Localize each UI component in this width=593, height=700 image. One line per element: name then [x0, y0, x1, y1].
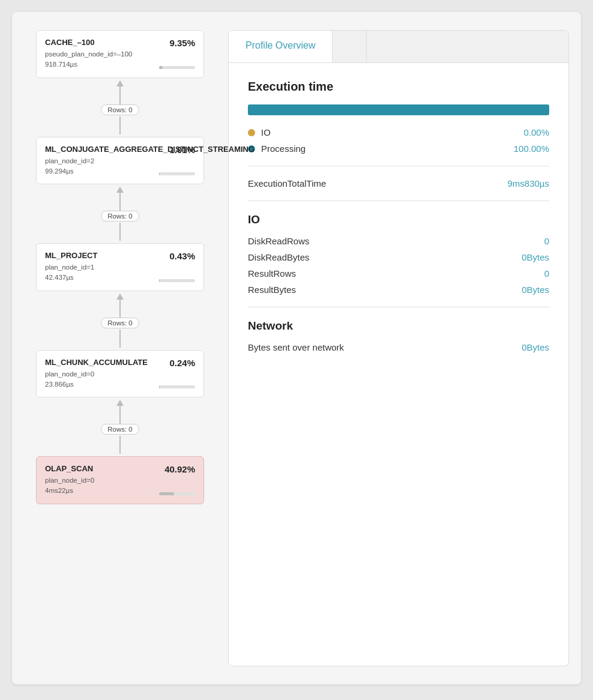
tab-2[interactable] — [333, 31, 367, 62]
bytes-sent-label: Bytes sent over network — [248, 342, 344, 352]
node-card-olap-scan[interactable]: OLAP_SCAN plan_node_id=0 4ms22µs 40.92% — [36, 456, 204, 504]
disk-read-rows-row: DiskReadRows 0 — [248, 236, 549, 246]
arrow-line-2 — [119, 193, 121, 211]
node-card-cache[interactable]: CACHE_–100 pseudo_plan_node_id=–100 918.… — [36, 30, 204, 78]
tab-content: Execution time IO 0.00% Processing 100.0… — [229, 63, 568, 375]
io-section: DiskReadRows 0 DiskReadBytes 0Bytes Resu… — [248, 236, 549, 295]
result-bytes-row: ResultBytes 0Bytes — [248, 285, 549, 295]
rows-badge-4: Rows: 0 — [101, 424, 139, 435]
node-pct-cache: 9.35% — [169, 38, 195, 48]
rows-badge-1: Rows: 0 — [101, 104, 139, 115]
node-card-ml-project[interactable]: ML_PROJECT plan_node_id=1 42.437µs 0.43% — [36, 243, 204, 291]
io-metric-row: IO 0.00% — [248, 127, 549, 137]
total-time-row: ExecutionTotalTime 9ms830µs — [248, 178, 549, 189]
arrow-3: Rows: 0 — [101, 294, 139, 348]
arrow-2: Rows: 0 — [101, 187, 139, 241]
node-card-ml-conjugate[interactable]: ML_CONJUGATE_AGGREGATE_DISTINCT_STREAMIN… — [36, 137, 204, 185]
node-progress-bg-ml-project — [159, 279, 195, 282]
left-panel: CACHE_–100 pseudo_plan_node_id=–100 918.… — [24, 30, 216, 666]
arrow-4: Rows: 0 — [101, 400, 139, 454]
node-progress-fill-cache — [159, 66, 163, 69]
bytes-sent-row: Bytes sent over network 0Bytes — [248, 342, 549, 352]
result-rows-label: ResultRows — [248, 268, 296, 279]
result-rows-row: ResultRows 0 — [248, 268, 549, 279]
arrow-head-4 — [116, 400, 124, 406]
result-bytes-label: ResultBytes — [248, 285, 296, 295]
main-container: CACHE_–100 pseudo_plan_node_id=–100 918.… — [12, 12, 581, 684]
node-pct-ml-chunk: 0.24% — [169, 358, 195, 368]
rows-badge-2: Rows: 0 — [101, 211, 139, 222]
io-section-title: IO — [248, 213, 549, 226]
node-pct-olap-scan: 40.92% — [164, 464, 195, 474]
node-progress-bg-ml-conjugate — [159, 172, 195, 175]
processing-metric-row: Processing 100.00% — [248, 143, 549, 154]
divider-1 — [248, 166, 549, 166]
right-panel: Profile Overview Execution time IO 0.00%… — [228, 30, 569, 666]
total-time-label: ExecutionTotalTime — [248, 178, 326, 189]
arrow-head-1 — [116, 80, 124, 86]
arrow-line-1b — [119, 116, 121, 134]
disk-read-rows-label: DiskReadRows — [248, 236, 310, 246]
bytes-sent-value: 0Bytes — [522, 342, 549, 352]
node-progress-bg-ml-chunk — [159, 385, 195, 388]
execution-bar — [248, 104, 549, 115]
arrow-head-2 — [116, 187, 124, 193]
node-card-ml-chunk[interactable]: ML_CHUNK_ACCUMULATE plan_node_id=0 23.86… — [36, 350, 204, 398]
execution-time-title: Execution time — [248, 80, 549, 94]
arrow-1: Rows: 0 — [101, 80, 139, 134]
arrow-line-4 — [119, 406, 121, 424]
rows-badge-3: Rows: 0 — [101, 318, 139, 328]
node-pct-ml-project: 0.43% — [169, 251, 195, 261]
result-rows-value: 0 — [544, 268, 549, 279]
io-label: IO — [248, 127, 271, 137]
arrow-line-1 — [119, 86, 121, 104]
processing-value: 100.00% — [514, 143, 549, 154]
processing-label: Processing — [248, 143, 306, 154]
network-section-title: Network — [248, 319, 549, 333]
io-value: 0.00% — [523, 127, 549, 137]
arrow-line-3 — [119, 300, 121, 318]
arrow-line-4b — [119, 436, 121, 454]
total-time-value: 9ms830µs — [507, 178, 549, 189]
arrow-head-3 — [116, 294, 124, 300]
node-progress-bg-olap-scan — [159, 492, 195, 495]
disk-read-bytes-label: DiskReadBytes — [248, 252, 310, 262]
arrow-line-3b — [119, 330, 121, 348]
node-pct-ml-conjugate: 1.01% — [169, 145, 195, 155]
result-bytes-value: 0Bytes — [522, 285, 549, 295]
tab-profile-overview[interactable]: Profile Overview — [229, 31, 333, 62]
node-progress-fill-ml-conjugate — [159, 172, 160, 175]
disk-read-bytes-row: DiskReadBytes 0Bytes — [248, 252, 549, 262]
io-dot — [248, 129, 255, 136]
divider-3 — [248, 307, 549, 307]
disk-read-bytes-value: 0Bytes — [522, 252, 549, 262]
node-progress-fill-olap-scan — [159, 492, 174, 495]
disk-read-rows-value: 0 — [544, 236, 549, 246]
tabs-bar: Profile Overview — [229, 31, 568, 63]
arrow-line-2b — [119, 223, 121, 241]
node-progress-bg-cache — [159, 66, 195, 69]
divider-2 — [248, 201, 549, 201]
